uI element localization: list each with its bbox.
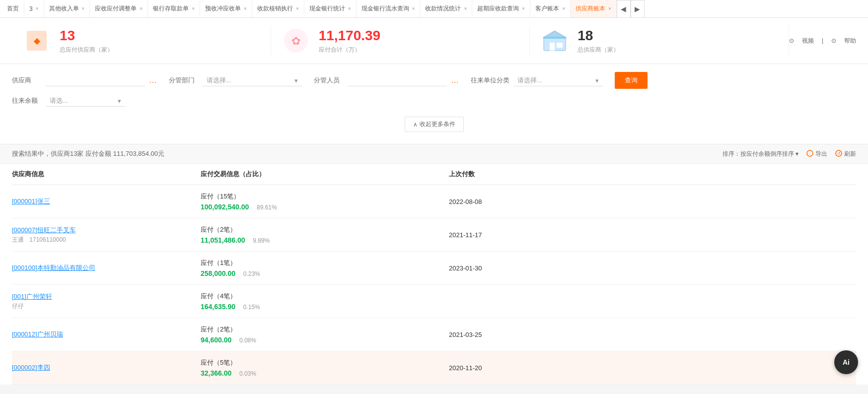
refresh-button[interactable]: ↺ 刷新 xyxy=(835,150,856,158)
supplier-link-2[interactable]: [000100]本特勤油品有限公司 xyxy=(12,263,201,272)
transaction-info-0: 应付（15笔） 100,092,540.00 89.61% xyxy=(201,192,449,211)
close-icon[interactable]: × xyxy=(244,6,247,11)
results-summary: 搜索结果中，供应商13家 应付金额 111,703,854.00元 xyxy=(12,149,164,158)
supplier-info-3: [001]广州荣轩 仔仔 xyxy=(12,292,201,311)
video-link[interactable]: 视频 xyxy=(802,37,814,45)
contact-name-1: 王通 xyxy=(12,236,24,243)
stat-number-payable-suppliers: 13 xyxy=(60,27,113,44)
nav-tab-supplier-account[interactable]: 供应商账本 × xyxy=(571,0,617,17)
stat-label-payable-suppliers: 总应付供应商（家） xyxy=(60,46,113,54)
nav-tab-home[interactable]: 首页 xyxy=(2,0,24,17)
nav-tab-other-income[interactable]: 其他收入单 × xyxy=(44,0,90,17)
nav-tab-bank-deposit-label: 银行存取款单 xyxy=(153,4,189,13)
supplier-link-3[interactable]: [001]广州荣轩 xyxy=(12,292,201,301)
close-icon[interactable]: × xyxy=(562,6,565,11)
dept-select[interactable]: 请选择... xyxy=(203,74,302,86)
supplier-link-0[interactable]: [000001]张三 xyxy=(12,197,201,206)
svg-marker-5 xyxy=(543,31,567,38)
trans-amount-1[interactable]: 11,051,486.00 xyxy=(201,236,245,244)
collapse-button[interactable]: ∧ 收起更多条件 xyxy=(405,117,464,132)
close-icon[interactable]: × xyxy=(464,6,467,11)
table-header: 供应商信息 应付交易信息（占比） 上次付数 xyxy=(12,164,856,185)
category-select[interactable]: 请选择... xyxy=(513,74,603,86)
export-button[interactable]: ↓ 导出 xyxy=(806,150,827,158)
balance-select[interactable]: 请选... xyxy=(46,95,125,107)
supplier-input[interactable] xyxy=(46,74,145,86)
stat-number-payable-total: 11,170.39 xyxy=(319,27,381,44)
supplier-link-5[interactable]: [000002]李四 xyxy=(12,363,201,372)
filter-dept: 分管部门 请选择... xyxy=(169,74,302,86)
nav-tab-collection[interactable]: 收款核销执行 × xyxy=(252,0,304,17)
supplier-info-1: [000007]恒旺二手叉车 王通 17106110000 xyxy=(12,226,201,244)
nav-tab-bank-deposit[interactable]: 银行存取款单 × xyxy=(148,0,200,17)
stat-info-total-suppliers: 18 总供应商（家） xyxy=(578,27,619,55)
nav-tab-customer-account-label: 客户账本 xyxy=(535,4,559,13)
trans-label-5: 应付（5笔） xyxy=(201,358,449,367)
contact-phone-1: 17106110000 xyxy=(29,236,66,243)
trans-label-3: 应付（4笔） xyxy=(201,292,449,301)
person-dots-button[interactable]: … xyxy=(451,76,459,85)
nav-tab-overdue[interactable]: 超期应收款查询 × xyxy=(472,0,530,17)
nav-tab-adjustments-label: 应收应付调整单 xyxy=(95,4,137,13)
svg-text:↺: ↺ xyxy=(837,151,841,156)
close-icon[interactable]: × xyxy=(192,6,195,11)
transaction-info-2: 应付（1笔） 258,000.00 0.23% xyxy=(201,259,449,277)
close-icon[interactable]: × xyxy=(140,6,143,11)
trans-amount-5[interactable]: 32,366.00 xyxy=(201,369,231,377)
circle-icon-2: ⊙ xyxy=(831,37,836,44)
nav-next-arrow[interactable]: ▶ xyxy=(631,0,645,18)
nav-tab-customer-account[interactable]: 客户账本 × xyxy=(530,0,571,17)
help-link[interactable]: 帮助 xyxy=(844,37,856,45)
nav-tab-3[interactable]: 3 × xyxy=(24,0,44,17)
nav-tab-prepay[interactable]: 预收冲应收单 × xyxy=(200,0,252,17)
nav-tab-home-label: 首页 xyxy=(7,4,19,13)
svg-rect-6 xyxy=(550,43,555,51)
transaction-info-1: 应付（2笔） 11,051,486.00 9.89% xyxy=(201,225,449,244)
results-actions: 排序：按应付余额倒序排序 ▾ ↓ 导出 ↺ 刷新 xyxy=(723,150,856,158)
ai-button[interactable]: Ai xyxy=(834,350,858,374)
last-pay-date-4: 2021-03-25 xyxy=(449,331,482,338)
filter-row-1: 供应商 … 分管部门 请选择... 分管人员 … 往来单位分类 请选择... xyxy=(12,72,856,89)
close-icon[interactable]: × xyxy=(82,6,85,11)
filter-category-wrapper: 请选择... xyxy=(513,74,603,86)
filter-dept-wrapper: 请选择... xyxy=(203,74,302,86)
trans-percent-1: 9.89% xyxy=(253,237,270,244)
trans-amount-0[interactable]: 100,092,540.00 xyxy=(201,203,249,211)
table-row: [000100]本特勤油品有限公司 应付（1笔） 258,000.00 0.23… xyxy=(12,252,856,285)
nav-tab-cash-bank-stats[interactable]: 现金银行统计 × xyxy=(304,0,357,17)
collapse-button-label: 收起更多条件 xyxy=(420,120,455,129)
nav-tab-3-label: 3 xyxy=(29,5,33,12)
nav-tab-collection-stats[interactable]: 收款情况统计 × xyxy=(420,0,472,17)
close-icon[interactable]: × xyxy=(412,6,415,11)
nav-prev-arrow[interactable]: ◀ xyxy=(617,0,631,18)
close-icon[interactable]: × xyxy=(522,6,525,11)
trans-amount-2[interactable]: 258,000.00 xyxy=(201,269,235,277)
close-icon[interactable]: × xyxy=(296,6,299,11)
trans-amount-4[interactable]: 94,600.00 xyxy=(201,336,231,344)
close-icon[interactable]: × xyxy=(608,6,611,11)
nav-tab-cash-flow[interactable]: 现金银行流水查询 × xyxy=(357,0,421,17)
stat-card-total-suppliers: 18 总供应商（家） xyxy=(530,26,789,56)
nav-tab-cash-flow-label: 现金银行流水查询 xyxy=(362,4,409,13)
supplier-dots-button[interactable]: … xyxy=(149,76,157,85)
trans-label-1: 应付（2笔） xyxy=(201,225,449,234)
nav-tab-adjustments[interactable]: 应收应付调整单 × xyxy=(90,0,148,17)
sort-label-text: 排序：按应付余额倒序排序 xyxy=(723,150,794,157)
trans-amount-3[interactable]: 164,635.90 xyxy=(201,303,235,311)
supplier-link-1[interactable]: [000007]恒旺二手叉车 xyxy=(12,226,201,235)
filter-row-2: 往来余额 请选... xyxy=(12,95,856,107)
close-icon[interactable]: × xyxy=(36,6,39,11)
supplier-link-4[interactable]: [000012]广州贝瑞 xyxy=(12,330,201,339)
close-icon[interactable]: × xyxy=(348,6,351,11)
supplier-info-5: [000002]李四 xyxy=(12,363,201,372)
last-pay-4: 2021-03-25 xyxy=(449,331,856,338)
trans-percent-4: 0.08% xyxy=(239,337,256,344)
diamond-icon: ◆ xyxy=(22,26,52,56)
trans-label-2: 应付（1笔） xyxy=(201,259,449,267)
top-navigation: 首页 3 × 其他收入单 × 应收应付调整单 × 银行存取款单 × 预收冲应收单… xyxy=(0,0,868,18)
person-input[interactable] xyxy=(348,74,447,86)
table-row: [000012]广州贝瑞 应付（2笔） 94,600.00 0.08% 2021… xyxy=(12,318,856,351)
chevron-down-icon[interactable]: ▾ xyxy=(796,150,798,157)
supplier-info-0: [000001]张三 xyxy=(12,197,201,206)
search-button[interactable]: 查询 xyxy=(615,72,648,89)
